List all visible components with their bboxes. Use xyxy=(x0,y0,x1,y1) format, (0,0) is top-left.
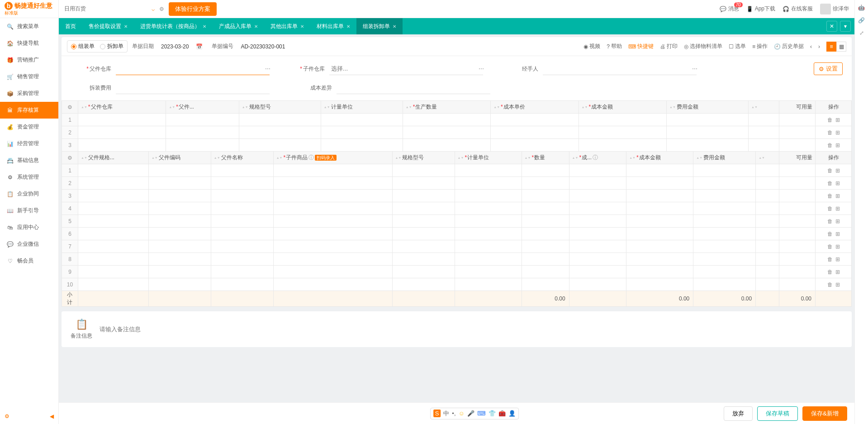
col-spec[interactable]: ▲▼规格型号 xyxy=(392,152,455,164)
table-cell[interactable] xyxy=(756,202,779,215)
lookup-icon[interactable]: ⋯ xyxy=(692,66,697,72)
try-industry-button[interactable]: 体验行业方案 xyxy=(169,2,217,16)
gear-icon[interactable]: ⚙ xyxy=(159,6,164,12)
nav-item[interactable]: 📇基础信息 xyxy=(0,152,58,169)
ime-lang[interactable]: 中 xyxy=(443,410,449,418)
table-cell[interactable] xyxy=(569,240,626,253)
table-cell[interactable] xyxy=(392,164,455,177)
table-cell[interactable] xyxy=(211,278,273,291)
table-cell[interactable] xyxy=(693,228,756,240)
delete-icon[interactable]: 🗑 xyxy=(827,231,833,237)
nav-item[interactable]: 📊经营管理 xyxy=(0,135,58,152)
table-cell[interactable] xyxy=(403,126,490,139)
date-value[interactable]: 2023-03-20 xyxy=(161,43,189,50)
table-cell[interactable] xyxy=(78,126,166,139)
settings-icon[interactable]: ⚙ xyxy=(5,413,9,419)
add-row-icon[interactable]: ⊞ xyxy=(835,129,840,136)
delete-icon[interactable]: 🗑 xyxy=(827,142,833,148)
table-cell[interactable] xyxy=(779,240,816,253)
table-row[interactable]: 3🗑⊞ xyxy=(62,139,852,152)
tab-close-icon[interactable]: ✕ xyxy=(203,24,206,29)
view-grid-icon[interactable]: ▦ xyxy=(836,42,846,52)
table-cell[interactable] xyxy=(455,240,522,253)
tab[interactable]: 进货单统计表（按商品）✕ xyxy=(134,18,213,34)
col-unit[interactable]: ▲▼计量单位 xyxy=(455,152,522,164)
table-cell[interactable] xyxy=(579,126,666,139)
pick-bom-link[interactable]: ◎ 选择物料清单 xyxy=(684,43,722,50)
table-row[interactable]: 6🗑⊞ xyxy=(62,228,852,240)
table-cell[interactable] xyxy=(273,215,392,228)
table-cell[interactable] xyxy=(626,253,693,266)
add-row-icon[interactable]: ⊞ xyxy=(835,117,840,123)
table-cell[interactable] xyxy=(666,126,748,139)
delete-icon[interactable]: 🗑 xyxy=(827,117,833,123)
col-blank[interactable]: ▲▼ xyxy=(748,101,779,114)
table-cell[interactable] xyxy=(273,240,392,253)
table-cell[interactable] xyxy=(626,177,693,190)
col-cost-price[interactable]: ▲▼成本单价 xyxy=(491,101,579,114)
table-cell[interactable] xyxy=(273,228,392,240)
table-cell[interactable] xyxy=(78,240,149,253)
col-parent-code[interactable]: ▲▼父件编码 xyxy=(148,152,211,164)
operate-link[interactable]: ≡ 操作 xyxy=(752,43,768,50)
table-cell[interactable] xyxy=(239,114,321,126)
delete-icon[interactable]: 🗑 xyxy=(827,205,833,212)
delete-icon[interactable]: 🗑 xyxy=(827,243,833,250)
tab[interactable]: 其他出库单✕ xyxy=(264,18,310,34)
add-row-icon[interactable]: ⊞ xyxy=(835,180,840,186)
table-cell[interactable] xyxy=(756,240,779,253)
table-cell[interactable] xyxy=(666,139,748,152)
table-cell[interactable] xyxy=(569,278,626,291)
table-cell[interactable] xyxy=(166,139,239,152)
table-cell[interactable] xyxy=(273,164,392,177)
table-cell[interactable] xyxy=(693,240,756,253)
delete-icon[interactable]: 🗑 xyxy=(827,269,833,275)
table-cell[interactable] xyxy=(756,164,779,177)
table-cell[interactable] xyxy=(522,253,569,266)
table-cell[interactable] xyxy=(403,139,490,152)
save-draft-button[interactable]: 保存草稿 xyxy=(757,406,798,421)
table-cell[interactable] xyxy=(455,177,522,190)
table-cell[interactable] xyxy=(211,266,273,278)
table-cell[interactable] xyxy=(522,177,569,190)
table-cell[interactable] xyxy=(211,240,273,253)
help-link[interactable]: ? 帮助 xyxy=(607,43,622,50)
table-cell[interactable] xyxy=(756,253,779,266)
table-cell[interactable] xyxy=(78,228,149,240)
table-cell[interactable] xyxy=(455,190,522,202)
tab-close-icon[interactable]: ✕ xyxy=(346,24,350,29)
table-cell[interactable] xyxy=(392,278,455,291)
print-link[interactable]: 🖨 打印 xyxy=(660,43,678,50)
table-cell[interactable] xyxy=(569,177,626,190)
history-link[interactable]: 🕘 历史单据 xyxy=(774,43,804,50)
lookup-icon[interactable]: ⋯ xyxy=(479,66,484,72)
calendar-icon[interactable]: 📅 xyxy=(196,43,203,50)
table-cell[interactable] xyxy=(748,114,779,126)
table-cell[interactable] xyxy=(522,164,569,177)
table-cell[interactable] xyxy=(569,228,626,240)
radio-disassembly[interactable]: 拆卸单 xyxy=(100,43,123,50)
table-cell[interactable] xyxy=(321,139,403,152)
table-cell[interactable] xyxy=(779,126,816,139)
col-blank[interactable]: ▲▼ xyxy=(756,152,779,164)
delete-icon[interactable]: 🗑 xyxy=(827,256,833,262)
nav-next-icon[interactable]: › xyxy=(818,43,820,50)
add-row-icon[interactable]: ⊞ xyxy=(835,142,840,148)
table-cell[interactable] xyxy=(455,215,522,228)
table-row[interactable]: 7🗑⊞ xyxy=(62,240,852,253)
col-available[interactable]: 可用量 xyxy=(779,101,816,114)
col-fee-amount[interactable]: ▲▼费用金额 xyxy=(666,101,748,114)
table-cell[interactable] xyxy=(756,190,779,202)
table-cell[interactable] xyxy=(211,190,273,202)
col-parent[interactable]: ▲▼父件... xyxy=(166,101,239,114)
table-cell[interactable] xyxy=(579,114,666,126)
table-cell[interactable] xyxy=(756,278,779,291)
tab-close-icon[interactable]: ✕ xyxy=(393,24,396,29)
table-cell[interactable] xyxy=(779,266,816,278)
table-cell[interactable] xyxy=(392,177,455,190)
delete-icon[interactable]: 🗑 xyxy=(827,281,833,288)
table-cell[interactable] xyxy=(148,253,211,266)
table-cell[interactable] xyxy=(211,215,273,228)
video-link[interactable]: ◉ 视频 xyxy=(583,43,600,50)
ime-emoji-icon[interactable]: ☺ xyxy=(459,410,465,417)
